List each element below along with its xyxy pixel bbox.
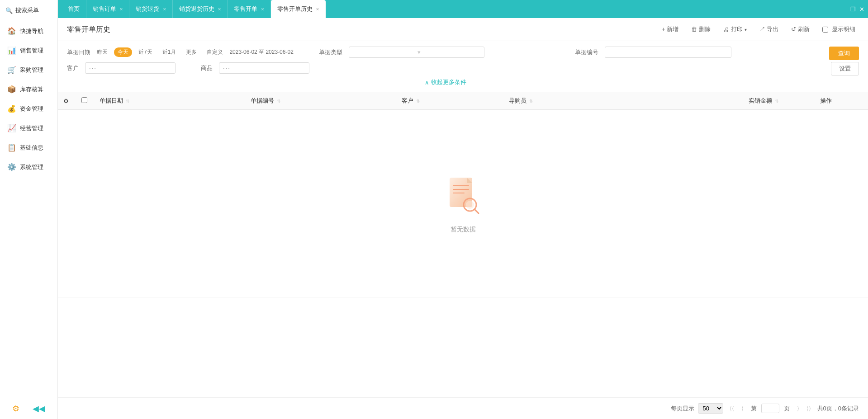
date-btn-1month[interactable]: 近1月	[159, 47, 180, 57]
close-sales-return-history-icon[interactable]: ×	[218, 6, 221, 12]
date-range-value: 2023-06-02 至 2023-06-02	[229, 48, 293, 56]
col-customer-label: 客户	[402, 97, 413, 104]
sidebar-search-label: 搜索采单	[15, 6, 39, 14]
collapse-label: 收起更多条件	[431, 78, 466, 86]
content: 零售开单历史 + 新增 🗑 删除 🖨 🖨 打印 打印 ▾ ↗ 导出 ↺ 刷新 显…	[58, 18, 868, 419]
current-page-input[interactable]: 1	[761, 404, 779, 413]
display-detail-checkbox[interactable]: 显示明细	[819, 24, 859, 35]
tab-sales-return-label: 销货退货	[136, 5, 159, 13]
nav-restore-btn[interactable]: ❐	[850, 6, 856, 13]
tab-home-label: 首页	[68, 5, 80, 13]
tab-sales-order-label: 销售订单	[93, 5, 116, 13]
sidebar-item-sales-mgmt[interactable]: 📊 销售管理	[0, 41, 57, 60]
customer-placeholder: ···	[89, 65, 171, 71]
prev-page-btn[interactable]: ⟨	[739, 404, 746, 413]
col-salesperson-label: 导购员	[509, 97, 526, 104]
sidebar-item-label: 系统管理	[20, 163, 43, 171]
sidebar-item-finance[interactable]: 💰 资金管理	[0, 99, 57, 118]
inventory-icon: 📦	[7, 85, 16, 94]
doc-type-select[interactable]: ▾	[349, 47, 484, 58]
page-header: 零售开单历史 + 新增 🗑 删除 🖨 🖨 打印 打印 ▾ ↗ 导出 ↺ 刷新 显…	[58, 18, 868, 41]
col-customer[interactable]: 客户 ⇅	[396, 92, 503, 110]
print-dropdown-icon[interactable]: ▾	[745, 27, 747, 32]
per-page-label: 每页显示	[671, 405, 694, 413]
tab-sales-return[interactable]: 销货退货 ×	[129, 0, 172, 18]
page-nav: ⟨⟨ ⟨ 第 1 页 ⟩ ⟩⟩	[727, 404, 814, 414]
date-btn-today[interactable]: 今天	[114, 47, 132, 57]
goods-placeholder: ···	[223, 65, 305, 71]
select-all-checkbox[interactable]	[81, 97, 87, 103]
tab-home[interactable]: 首页	[62, 0, 86, 18]
per-page-select[interactable]: 50 100 200	[698, 403, 723, 414]
first-page-btn[interactable]: ⟨⟨	[727, 404, 737, 413]
tab-sales-order[interactable]: 销售订单 ×	[86, 0, 129, 18]
refresh-button[interactable]: ↺ 刷新	[787, 24, 813, 35]
settings-icon-btn[interactable]: ⚙	[12, 404, 19, 414]
last-page-btn[interactable]: ⟩⟩	[804, 404, 814, 413]
sidebar-item-purchase-mgmt[interactable]: 🛒 采购管理	[0, 60, 57, 80]
close-retail-history-icon[interactable]: ×	[316, 6, 319, 12]
sidebar-item-label: 库存核算	[20, 85, 43, 94]
sidebar: 🔍 搜索采单 🏠 快捷导航 📊 销售管理 🛒 采购管理 📦 库存核算 💰 资金管…	[0, 0, 58, 419]
close-retail-open-icon[interactable]: ×	[261, 6, 264, 12]
filter-area: 单据日期 昨天 今天 近7天 近1月 更多 自定义 2023-06-02 至 2…	[58, 41, 868, 92]
setting-button[interactable]: 设置	[831, 62, 859, 75]
doc-no-input[interactable]	[605, 47, 731, 58]
tab-retail-history[interactable]: 零售开单历史 ×	[271, 0, 326, 18]
empty-illustration	[441, 173, 486, 218]
tab-sales-return-history[interactable]: 销货退货历史 ×	[173, 0, 228, 18]
sidebar-search[interactable]: 🔍 搜索采单	[0, 0, 57, 21]
empty-text: 暂无数据	[451, 226, 476, 234]
print-button[interactable]: 🖨 🖨 打印 打印 ▾	[720, 24, 750, 35]
collapse-up-icon: ∧	[425, 79, 429, 86]
export-button[interactable]: ↗ 导出	[756, 24, 783, 35]
customer-select[interactable]: ···	[85, 62, 175, 74]
toolbar: + 新增 🗑 删除 🖨 🖨 打印 打印 ▾ ↗ 导出 ↺ 刷新 显示明细	[658, 24, 859, 35]
col-no[interactable]: 单据编号 ⇅	[245, 92, 396, 110]
sidebar-item-inventory[interactable]: 📦 库存核算	[0, 80, 57, 99]
tab-retail-open[interactable]: 零售开单 ×	[228, 0, 270, 18]
date-btn-more[interactable]: 更多	[182, 47, 200, 57]
total-info: 共0页，0条记录	[817, 405, 859, 413]
col-date-label: 单据日期	[100, 97, 123, 104]
query-button[interactable]: 查询	[829, 47, 859, 60]
sidebar-item-base[interactable]: 📋 基础信息	[0, 138, 57, 157]
settings-cog-icon[interactable]: ⚙	[63, 98, 69, 104]
svg-line-7	[474, 209, 479, 213]
date-btn-7days[interactable]: 近7天	[135, 47, 156, 57]
tab-retail-open-label: 零售开单	[234, 5, 257, 13]
tab-retail-history-label: 零售开单历史	[277, 5, 313, 13]
search-icon: 🔍	[5, 7, 13, 14]
table-checkbox-header[interactable]	[76, 92, 94, 110]
collapse-sidebar-btn[interactable]: ◀◀	[33, 404, 45, 414]
date-btn-custom[interactable]: 自定义	[203, 47, 227, 57]
filter-row-2: 客户 ··· 商品 ···	[67, 62, 824, 74]
col-action-label: 操作	[820, 97, 832, 104]
col-salesperson[interactable]: 导购员 ⇅	[503, 92, 633, 110]
close-sales-order-icon[interactable]: ×	[120, 6, 123, 12]
nav-close-btn[interactable]: ✕	[859, 6, 864, 13]
empty-state-row: 暂无数据	[58, 110, 868, 297]
display-detail-input[interactable]	[822, 27, 828, 33]
date-label: 单据日期	[67, 48, 90, 56]
sidebar-item-system[interactable]: ⚙️ 系统管理	[0, 157, 57, 177]
filter-with-actions: 单据日期 昨天 今天 近7天 近1月 更多 自定义 2023-06-02 至 2…	[67, 47, 859, 86]
next-page-btn[interactable]: ⟩	[794, 404, 802, 413]
date-options: 昨天 今天 近7天 近1月 更多 自定义	[93, 47, 227, 57]
date-btn-yesterday[interactable]: 昨天	[93, 47, 111, 57]
col-amount[interactable]: 实销金额 ⇅	[633, 92, 784, 110]
close-sales-return-icon[interactable]: ×	[163, 6, 166, 12]
delete-button[interactable]: 🗑 删除	[688, 24, 714, 35]
sidebar-item-quick-nav[interactable]: 🏠 快捷导航	[0, 21, 57, 41]
top-nav: 首页 销售订单 × 销货退货 × 销货退货历史 × 零售开单 × 零售开单历史 …	[58, 0, 868, 18]
doc-type-dropdown-icon: ▾	[417, 49, 480, 56]
col-date[interactable]: 单据日期 ⇅	[94, 92, 245, 110]
ops-icon: 📈	[7, 124, 16, 132]
goods-select[interactable]: ···	[219, 62, 309, 74]
sidebar-item-ops[interactable]: 📈 经营管理	[0, 118, 57, 138]
doc-no-label: 单据编号	[575, 48, 598, 56]
add-button[interactable]: + 新增	[658, 24, 682, 35]
table-settings-header[interactable]: ⚙	[58, 92, 76, 110]
collapse-filter-btn[interactable]: ∧ 收起更多条件	[67, 78, 824, 86]
sidebar-item-label: 经营管理	[20, 124, 43, 132]
